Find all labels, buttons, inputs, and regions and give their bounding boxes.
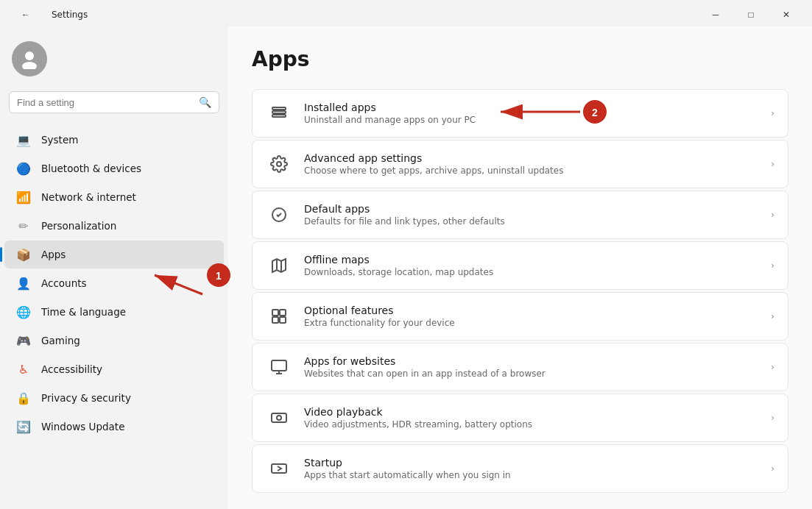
settings-item-offline-maps[interactable]: Offline maps Downloads, storage location… bbox=[252, 241, 788, 290]
settings-item-apps-websites[interactable]: Apps for websites Websites that can open… bbox=[252, 343, 788, 391]
svg-marker-7 bbox=[272, 259, 286, 272]
svg-rect-14 bbox=[272, 360, 286, 371]
back-button[interactable]: ← bbox=[9, 4, 43, 26]
settings-list: Installed apps Uninstall and manage apps… bbox=[252, 89, 788, 493]
settings-item-video-playback[interactable]: Video playback Video adjustments, HDR st… bbox=[252, 394, 788, 442]
optional-features-title: Optional features bbox=[304, 305, 759, 316]
titlebar-left: ← Settings bbox=[9, 4, 88, 26]
search-icon: 🔍 bbox=[199, 96, 211, 108]
gaming-icon: 🎮 bbox=[16, 333, 31, 348]
sidebar-item-network[interactable]: 📶 Network & internet bbox=[4, 183, 224, 211]
sidebar-item-bluetooth[interactable]: 🔵 Bluetooth & devices bbox=[4, 154, 224, 182]
offline-maps-icon bbox=[266, 252, 292, 279]
system-icon: 💻 bbox=[16, 132, 31, 147]
search-box[interactable]: 🔍 bbox=[9, 91, 219, 113]
accessibility-icon: ♿ bbox=[16, 362, 31, 377]
offline-maps-chevron: › bbox=[771, 260, 774, 271]
sidebar-item-time[interactable]: 🌐 Time & language bbox=[4, 298, 224, 326]
advanced-title: Advanced app settings bbox=[304, 152, 759, 164]
avatar bbox=[12, 41, 47, 76]
settings-item-advanced[interactable]: Advanced app settings Choose where to ge… bbox=[252, 140, 788, 188]
sidebar-item-time-label: Time & language bbox=[41, 306, 126, 318]
titlebar-title: Settings bbox=[52, 10, 88, 20]
search-input[interactable] bbox=[17, 97, 193, 108]
sidebar-item-system-label: System bbox=[41, 134, 78, 146]
titlebar-controls: ─ □ ✕ bbox=[699, 4, 803, 26]
startup-title: Startup bbox=[304, 457, 759, 469]
sidebar-item-gaming[interactable]: 🎮 Gaming bbox=[4, 327, 224, 355]
installed-apps-icon bbox=[266, 100, 292, 127]
profile-area bbox=[0, 32, 228, 91]
startup-icon bbox=[266, 455, 292, 482]
startup-chevron: › bbox=[771, 463, 774, 474]
main-content: Apps Installed apps Uninstall and manage… bbox=[228, 26, 812, 509]
sidebar-item-network-label: Network & internet bbox=[41, 191, 136, 203]
apps-websites-desc: Websites that can open in an app instead… bbox=[304, 369, 759, 379]
settings-item-default-apps[interactable]: Default apps Defaults for file and link … bbox=[252, 191, 788, 239]
startup-text: Startup Apps that start automatically wh… bbox=[304, 457, 759, 480]
installed-apps-title: Installed apps bbox=[304, 102, 759, 113]
sidebar-item-apps[interactable]: 📦 Apps bbox=[4, 241, 224, 268]
app-body: 🔍 💻 System 🔵 Bluetooth & devices 📶 Netwo… bbox=[0, 26, 812, 509]
time-icon: 🌐 bbox=[16, 305, 31, 319]
svg-rect-2 bbox=[272, 107, 286, 110]
apps-websites-chevron: › bbox=[771, 362, 774, 372]
sidebar-item-privacy-label: Privacy & security bbox=[41, 392, 131, 404]
video-playback-chevron: › bbox=[771, 413, 774, 423]
sidebar-item-update-label: Windows Update bbox=[41, 421, 124, 433]
svg-rect-13 bbox=[280, 317, 286, 323]
personalization-icon: ✏️ bbox=[16, 218, 31, 233]
default-apps-desc: Defaults for file and link types, other … bbox=[304, 216, 759, 227]
network-icon: 📶 bbox=[16, 190, 31, 204]
default-apps-text: Default apps Defaults for file and link … bbox=[304, 203, 759, 227]
default-apps-title: Default apps bbox=[304, 203, 759, 215]
minimize-button[interactable]: ─ bbox=[699, 4, 732, 26]
optional-features-chevron: › bbox=[771, 311, 774, 321]
sidebar: 🔍 💻 System 🔵 Bluetooth & devices 📶 Netwo… bbox=[0, 26, 228, 509]
bluetooth-icon: 🔵 bbox=[16, 161, 31, 176]
svg-rect-3 bbox=[272, 111, 286, 113]
startup-desc: Apps that start automatically when you s… bbox=[304, 470, 759, 480]
svg-point-5 bbox=[277, 162, 281, 166]
video-playback-icon bbox=[266, 405, 292, 431]
advanced-icon bbox=[266, 151, 292, 177]
optional-features-desc: Extra functionality for your device bbox=[304, 318, 759, 328]
settings-item-installed-apps[interactable]: Installed apps Uninstall and manage apps… bbox=[252, 89, 788, 138]
apps-websites-text: Apps for websites Websites that can open… bbox=[304, 355, 759, 379]
svg-rect-11 bbox=[280, 310, 286, 316]
video-playback-desc: Video adjustments, HDR streaming, batter… bbox=[304, 419, 759, 430]
titlebar: ← Settings ─ □ ✕ bbox=[0, 0, 812, 26]
sidebar-item-privacy[interactable]: 🔒 Privacy & security bbox=[4, 384, 224, 412]
settings-item-optional-features[interactable]: Optional features Extra functionality fo… bbox=[252, 292, 788, 341]
installed-apps-desc: Uninstall and manage apps on your PC bbox=[304, 115, 759, 125]
offline-maps-text: Offline maps Downloads, storage location… bbox=[304, 254, 759, 277]
advanced-desc: Choose where to get apps, archive apps, … bbox=[304, 165, 759, 176]
offline-maps-title: Offline maps bbox=[304, 254, 759, 266]
video-playback-text: Video playback Video adjustments, HDR st… bbox=[304, 406, 759, 430]
advanced-text: Advanced app settings Choose where to ge… bbox=[304, 152, 759, 176]
close-button[interactable]: ✕ bbox=[769, 4, 803, 26]
optional-features-icon bbox=[266, 303, 292, 330]
sidebar-item-system[interactable]: 💻 System bbox=[4, 126, 224, 154]
default-apps-chevron: › bbox=[771, 210, 774, 220]
svg-rect-4 bbox=[272, 115, 286, 117]
svg-point-0 bbox=[25, 51, 34, 60]
maximize-button[interactable]: □ bbox=[734, 4, 768, 26]
optional-features-text: Optional features Extra functionality fo… bbox=[304, 305, 759, 328]
sidebar-nav: 💻 System 🔵 Bluetooth & devices 📶 Network… bbox=[0, 125, 228, 441]
sidebar-item-bluetooth-label: Bluetooth & devices bbox=[41, 163, 141, 174]
privacy-icon: 🔒 bbox=[16, 391, 31, 405]
sidebar-item-personalization[interactable]: ✏️ Personalization bbox=[4, 212, 224, 240]
sidebar-item-update[interactable]: 🔄 Windows Update bbox=[4, 413, 224, 441]
sidebar-item-apps-label: Apps bbox=[41, 249, 66, 260]
settings-item-startup[interactable]: Startup Apps that start automatically wh… bbox=[252, 444, 788, 493]
sidebar-item-personalization-label: Personalization bbox=[41, 220, 116, 232]
installed-apps-chevron: › bbox=[771, 108, 774, 118]
apps-icon: 📦 bbox=[16, 247, 31, 262]
installed-apps-text: Installed apps Uninstall and manage apps… bbox=[304, 102, 759, 125]
sidebar-item-accounts-label: Accounts bbox=[41, 277, 87, 289]
update-icon: 🔄 bbox=[16, 419, 31, 434]
advanced-chevron: › bbox=[771, 159, 774, 169]
sidebar-item-accounts[interactable]: 👤 Accounts bbox=[4, 269, 224, 297]
sidebar-item-accessibility[interactable]: ♿ Accessibility bbox=[4, 355, 224, 383]
